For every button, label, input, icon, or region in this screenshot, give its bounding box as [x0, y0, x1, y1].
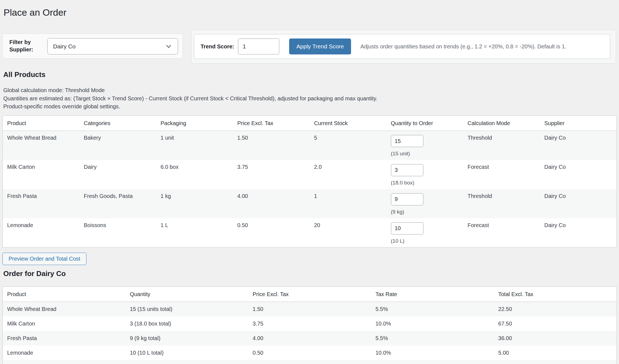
supplier-select[interactable]: Dairy Co: [47, 38, 178, 54]
supplier-select-value: Dairy Co: [53, 43, 76, 50]
trend-score-box: Trend Score: Apply Trend Score Adjusts o…: [194, 34, 610, 59]
column-header-product: Product: [3, 287, 125, 302]
cell-packaging: 1 kg: [156, 189, 233, 218]
cell-quantity: 9 (9 kg total): [125, 331, 248, 346]
cell-product: Lemonade: [3, 218, 80, 247]
cell-price: 4.00: [233, 189, 310, 218]
cell-price: 1.50: [233, 131, 310, 160]
cell-calculation-mode: Threshold: [463, 189, 540, 218]
chevron-down-icon: [165, 43, 172, 50]
product-row: Fresh Pasta Fresh Goods, Pasta 1 kg 4.00…: [3, 189, 617, 218]
trend-score-panel: Trend Score: Apply Trend Score Adjusts o…: [191, 30, 616, 64]
column-header-product: Product: [3, 116, 80, 131]
products-header-row: Product Categories Packaging Price Excl.…: [3, 116, 617, 131]
supplier-filter-panel: Filter by Supplier: Dairy Co: [2, 34, 183, 59]
column-header-packaging: Packaging: [156, 116, 233, 131]
trend-score-input[interactable]: [238, 38, 279, 54]
quantity-to-order-input[interactable]: [391, 222, 423, 235]
column-header-price: Price Excl. Tax: [248, 287, 371, 302]
order-row: Whole Wheat Bread 15 (15 units total) 1.…: [3, 302, 617, 317]
cell-quantity: (10 L): [387, 218, 463, 247]
formula-line: Quantities are estimated as: (Target Sto…: [3, 95, 377, 103]
cell-current-stock: 2.0: [310, 160, 387, 189]
column-header-quantity: Quantity to Order: [387, 116, 463, 131]
cell-product: Whole Wheat Bread: [3, 131, 80, 160]
quantity-packaging-hint: (9 kg): [391, 209, 459, 215]
product-row: Whole Wheat Bread Bakery 1 unit 1.50 5 (…: [3, 131, 617, 160]
cell-supplier: Dairy Co: [540, 160, 617, 189]
cell-price: 3.75: [233, 160, 310, 189]
cell-categories: Dairy: [80, 160, 156, 189]
cell-total: 67.50: [494, 316, 617, 331]
all-products-heading: All Products: [3, 70, 45, 79]
cell-supplier: Dairy Co: [540, 218, 617, 247]
cell-price: 3.75: [248, 316, 371, 331]
order-summary-table: Product Quantity Price Excl. Tax Tax Rat…: [2, 286, 617, 364]
calculation-mode-notes: Global calculation mode: Threshold Mode …: [3, 86, 377, 111]
cell-supplier: Dairy Co: [540, 189, 617, 218]
cell-total: 22.50: [494, 302, 617, 317]
place-order-page: Place an Order Filter by Supplier: Dairy…: [0, 0, 619, 364]
cell-supplier: Dairy Co: [540, 131, 617, 160]
cell-calculation-mode: Threshold: [463, 131, 540, 160]
cell-total: 5.00: [494, 346, 617, 360]
column-header-tax-rate: Tax Rate: [371, 287, 494, 302]
column-header-quantity: Quantity: [125, 287, 248, 302]
cell-current-stock: 20: [310, 218, 387, 247]
cell-current-stock: 5: [310, 131, 387, 160]
cell-price: 1.50: [248, 302, 371, 317]
preview-order-button[interactable]: Preview Order and Total Cost: [2, 253, 86, 265]
cell-packaging: 6.0 box: [156, 160, 233, 189]
cell-total: 36.00: [494, 331, 617, 346]
column-header-price: Price Excl. Tax: [233, 116, 310, 131]
order-row-partial: [3, 360, 617, 364]
cell-price: 4.00: [248, 331, 371, 346]
cell-product: Milk Carton: [3, 316, 125, 331]
quantity-to-order-input[interactable]: [391, 164, 423, 176]
trend-score-description: Adjusts order quantities based on trends…: [360, 43, 566, 50]
cell-tax-rate: 5.5%: [371, 302, 494, 317]
cell-product: Whole Wheat Bread: [3, 302, 125, 317]
column-header-total: Total Excl. Tax: [494, 287, 617, 302]
cell-categories: Bakery: [80, 131, 156, 160]
quantity-to-order-input[interactable]: [391, 135, 423, 147]
apply-trend-score-button[interactable]: Apply Trend Score: [289, 38, 351, 54]
quantity-packaging-hint: (18.0 box): [391, 180, 459, 186]
quantity-packaging-hint: (15 unit): [391, 151, 459, 157]
trend-score-label: Trend Score:: [201, 43, 234, 50]
cell-price: 0.50: [248, 346, 371, 360]
column-header-calculation-mode: Calculation Mode: [463, 116, 540, 131]
quantity-to-order-input[interactable]: [391, 193, 423, 205]
cell-packaging: 1 unit: [156, 131, 233, 160]
cell-tax-rate: 5.5%: [371, 331, 494, 346]
column-header-supplier: Supplier: [540, 116, 617, 131]
cell-quantity: (9 kg): [387, 189, 463, 218]
product-row: Milk Carton Dairy 6.0 box 3.75 2.0 (18.0…: [3, 160, 617, 189]
cell-quantity: 10 (10 L total): [125, 346, 248, 360]
order-heading: Order for Dairy Co: [3, 269, 66, 278]
all-products-table: Product Categories Packaging Price Excl.…: [2, 115, 617, 247]
global-mode-line: Global calculation mode: Threshold Mode: [3, 86, 377, 95]
product-row: Lemonade Boissons 1 L 0.50 20 (10 L) For…: [3, 218, 617, 247]
cell-quantity: (18.0 box): [387, 160, 463, 189]
cell-product: Lemonade: [3, 346, 125, 360]
cell-quantity: 15 (15 units total): [125, 302, 248, 317]
cell-price: 0.50: [233, 218, 310, 247]
order-header-row: Product Quantity Price Excl. Tax Tax Rat…: [3, 287, 617, 302]
cell-current-stock: 1: [310, 189, 387, 218]
override-line: Product-specific modes override global s…: [3, 103, 377, 111]
cell-quantity: (15 unit): [387, 131, 463, 160]
cell-calculation-mode: Forecast: [463, 218, 540, 247]
cell-categories: Boissons: [80, 218, 156, 247]
cell-packaging: 1 L: [156, 218, 233, 247]
cell-tax-rate: 10.0%: [371, 316, 494, 331]
order-row: Lemonade 10 (10 L total) 0.50 10.0% 5.00: [3, 346, 617, 360]
cell-tax-rate: 10.0%: [371, 346, 494, 360]
cell-product: Milk Carton: [3, 160, 80, 189]
order-row: Fresh Pasta 9 (9 kg total) 4.00 5.5% 36.…: [3, 331, 617, 346]
page-title: Place an Order: [4, 7, 67, 18]
order-row: Milk Carton 3 (18.0 box total) 3.75 10.0…: [3, 316, 617, 331]
column-header-current-stock: Current Stock: [310, 116, 387, 131]
supplier-filter-label: Filter by Supplier:: [9, 38, 44, 53]
column-header-categories: Categories: [80, 116, 156, 131]
